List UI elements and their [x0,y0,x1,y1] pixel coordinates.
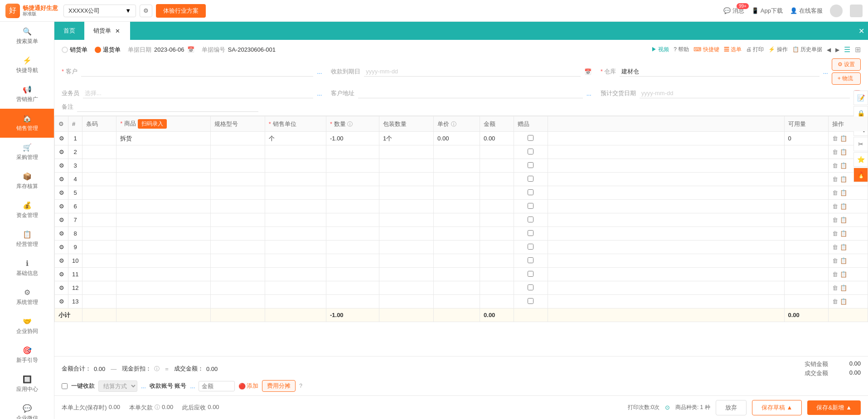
row-product[interactable] [116,200,211,213]
row-unit[interactable] [265,241,326,254]
row-spec[interactable] [210,159,265,173]
row-spec[interactable] [210,281,265,295]
row-barcode[interactable] [82,132,116,145]
row-delete-icon[interactable]: 🗑 [832,217,838,223]
row-pack-qty[interactable] [379,295,434,308]
row-gift[interactable] [514,132,548,145]
row-price[interactable] [434,227,480,241]
receive-date-calendar-icon[interactable]: 📅 [584,68,592,75]
tab-home[interactable]: 首页 [54,22,84,40]
salesperson-dots[interactable]: ... [317,90,322,97]
warehouse-dots[interactable]: ... [823,68,828,75]
grid-view-icon[interactable]: ☰ [844,45,850,54]
row-price[interactable] [434,254,480,268]
history-btn[interactable]: 📋 历史单据 [792,46,822,53]
row-barcode[interactable] [82,281,116,295]
warehouse-input[interactable] [620,67,819,77]
row-amount[interactable] [480,281,514,295]
float-btn-4[interactable]: ✂ [853,137,868,151]
row-unit[interactable] [265,145,326,159]
sidebar-item-search[interactable]: 🔍 搜索菜单 [0,22,54,51]
row-qty[interactable] [326,268,379,281]
row-delete-icon[interactable]: 🗑 [832,244,838,250]
app-download-button[interactable]: 📱 App下载 [752,7,783,15]
sidebar-item-wechat[interactable]: 💬 企业微信 [0,399,54,419]
row-unit[interactable] [265,213,326,227]
row-price[interactable] [434,295,480,308]
notes-input[interactable] [77,102,258,112]
expense-split-btn[interactable]: 费用分摊 [262,380,296,392]
row-qty[interactable] [326,186,379,200]
row-unit[interactable] [265,227,326,241]
row-unit[interactable] [265,200,326,213]
row-copy-icon[interactable]: 📋 [840,244,847,250]
tab-sales-order[interactable]: 销货单 ✕ [84,22,130,40]
row-spec[interactable] [210,268,265,281]
row-pack-qty[interactable]: 1个 [379,132,434,145]
tab-close-icon[interactable]: ✕ [114,27,121,34]
row-amount[interactable]: 0.00 [480,132,514,145]
row-qty[interactable] [326,213,379,227]
row-qty[interactable] [326,295,379,308]
row-barcode[interactable] [82,241,116,254]
row-amount[interactable] [480,159,514,173]
row-pack-qty[interactable] [379,241,434,254]
message-button[interactable]: 💬 消息 99+ [723,7,744,15]
row-spec[interactable] [210,213,265,227]
video-btn[interactable]: ▶ 视频 [651,46,669,53]
customer-address-input[interactable] [358,88,582,98]
row-qty[interactable] [326,241,379,254]
row-copy-icon[interactable]: 📋 [840,135,847,142]
row-pack-qty[interactable] [379,227,434,241]
row-spec[interactable] [210,227,265,241]
row-unit[interactable] [265,281,326,295]
shortcut-btn[interactable]: ⌨ 快捷键 [693,46,719,53]
row-qty[interactable] [326,145,379,159]
row-qty[interactable] [326,200,379,213]
row-barcode[interactable] [82,200,116,213]
row-product[interactable] [116,227,211,241]
expected-date-input[interactable] [640,88,850,98]
row-delete-icon[interactable]: 🗑 [832,298,838,305]
row-gift[interactable] [514,213,548,227]
sidebar-item-inventory[interactable]: 📦 库存核算 [0,167,54,196]
row-spec[interactable] [210,200,265,213]
row-product[interactable]: 拆货 [116,132,211,145]
row-price[interactable] [434,241,480,254]
row-delete-icon[interactable]: 🗑 [832,149,838,155]
settings-action-btn[interactable]: ⚙ 设置 [832,58,861,71]
row-unit[interactable] [265,254,326,268]
row-barcode[interactable] [82,254,116,268]
account-dots[interactable]: ... [190,383,195,390]
float-btn-1[interactable]: 📝 [853,91,868,105]
row-delete-icon[interactable]: 🗑 [832,189,838,196]
radio-sales[interactable]: 销货单 [62,46,87,54]
row-product[interactable] [116,295,211,308]
row-amount[interactable] [480,254,514,268]
close-all-tabs-icon[interactable]: ✕ [858,27,864,35]
row-product[interactable] [116,268,211,281]
row-barcode[interactable] [82,227,116,241]
row-product[interactable] [116,173,211,186]
expense-info-icon[interactable]: ? [299,383,302,389]
row-unit[interactable] [265,159,326,173]
row-delete-icon[interactable]: 🗑 [832,135,838,142]
row-spec[interactable] [210,186,265,200]
row-pack-qty[interactable] [379,281,434,295]
row-qty[interactable] [326,227,379,241]
online-service-button[interactable]: 👤 在线客服 [790,7,823,15]
row-gift[interactable] [514,295,548,308]
row-amount[interactable] [480,173,514,186]
row-copy-icon[interactable]: 📋 [840,257,847,264]
prev-btn[interactable]: ◀ [827,47,831,53]
row-copy-icon[interactable]: 📋 [840,230,847,237]
float-btn-6[interactable]: 🔥 [853,168,868,182]
row-pack-qty[interactable] [379,254,434,268]
row-gift[interactable] [514,241,548,254]
row-pack-qty[interactable] [379,186,434,200]
row-barcode[interactable] [82,295,116,308]
address-dots[interactable]: ... [587,90,592,97]
row-qty[interactable] [326,254,379,268]
row-qty[interactable] [326,281,379,295]
row-unit[interactable] [265,173,326,186]
